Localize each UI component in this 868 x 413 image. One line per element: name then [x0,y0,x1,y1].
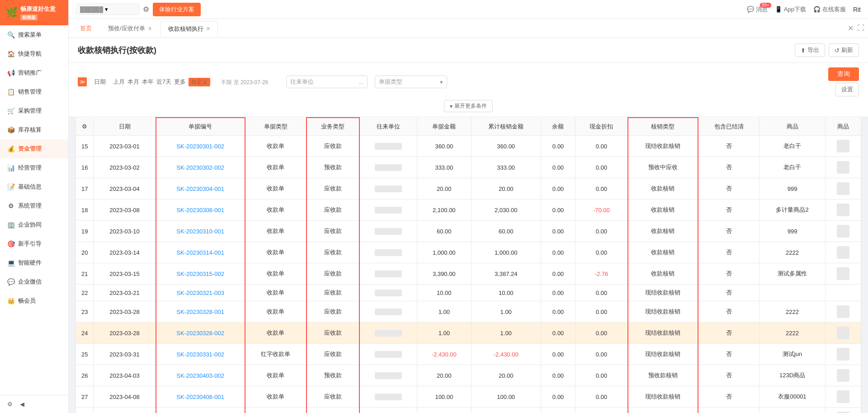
blurred-counterpart: ██████ [375,394,402,400]
sidebar-label-sales: 销售管理 [18,88,42,96]
cell-counterpart: ██████ [359,344,417,365]
table-container[interactable]: ⚙ 日期 单据编号 单据类型 业务类型 往来单位 单据金额 累计核销金额 余额 … [69,117,868,413]
refresh-button[interactable]: ↺ 刷新 [829,43,859,57]
cell-balance: 0.00 [541,136,575,157]
settings-gear-icon[interactable]: ⚙ [143,5,149,14]
docno-link[interactable]: SK-20230301-002 [176,143,224,150]
docno-link[interactable]: SK-20230321-003 [176,290,224,296]
cell-verifytype: 收款核销 [628,178,698,199]
cell-amount: 10.00 [417,285,471,301]
basic-icon: 📝 [7,183,14,190]
cell-settled: 否 [698,365,759,386]
system-icon: ⚙ [7,202,14,209]
cell-verifytype: 收款核销 [628,221,698,242]
docno-link[interactable]: SK-20230331-002 [176,351,224,358]
filter-setting-btn[interactable]: 设置 [835,83,859,96]
collapse-icon[interactable]: ◀ [20,401,24,408]
cell-settled: 否 [698,301,759,323]
purchase-icon: 🛒 [7,107,14,114]
date-this-month[interactable]: 本月 [127,78,139,86]
cell-verify-amount: 10.00 [471,285,541,301]
cell-discount: 0.00 [576,221,628,242]
sidebar-item-system[interactable]: ⚙系统管理 [0,196,68,215]
export-button[interactable]: ⬆ 导出 [795,43,825,57]
docno-link[interactable]: SK-20230304-001 [176,185,224,192]
sidebar-item-quick-nav[interactable]: 🏠快捷导航 [0,44,68,63]
docno-link[interactable]: SK-20230302-002 [176,164,224,171]
query-button[interactable]: 查询 [828,67,859,81]
cell-balance: 0.00 [541,199,575,221]
sidebar-item-operation[interactable]: 📊经营管理 [0,158,68,177]
docno-link[interactable]: SK-20230310-001 [176,228,224,235]
cell-settled: 否 [698,386,759,408]
tab-expand-icon[interactable]: ⛶ [857,24,864,33]
tab-prepay[interactable]: 预收/应收付单 ✕ [100,20,160,36]
tab-verify[interactable]: 收款核销执行 ✕ [160,21,218,37]
date-last-month[interactable]: 上月 [113,78,125,86]
main-area: ██████ ▾ ⚙ 体验行业方案 💬 消息 99+ 📱 App下载 🎧 在线客… [69,0,868,413]
cell-discount: 0.00 [576,242,628,263]
sidebar-item-marketing[interactable]: 📢营销推广 [0,63,68,82]
docno-link[interactable]: SK-20230314-001 [176,249,224,256]
sidebar-label-member: 畅会员 [18,297,36,305]
cell-amount: 3,390.00 [417,263,471,285]
sidebar-item-wechat[interactable]: 💬企业微信 [0,272,68,291]
cell-biztype: 应收款 [307,242,359,263]
user-profile[interactable]: Rit [853,6,861,13]
sidebar-item-guide[interactable]: 🎯新手引导 [0,234,68,253]
docno-link[interactable]: SK-20230403-002 [176,372,224,379]
messages-icon[interactable]: 💬 消息 99+ [747,5,768,14]
col-gear-header[interactable]: ⚙ [76,118,94,136]
cell-balance: 0.00 [541,263,575,285]
docno-link[interactable]: SK-20230315-002 [176,271,224,277]
docno-link[interactable]: SK-20230328-002 [176,330,224,337]
date-7days[interactable]: 近7天 [156,78,171,86]
sidebar-item-hardware[interactable]: 💻智能硬件 [0,253,68,272]
tab-close-all-icon[interactable]: ✕ [848,24,854,33]
workspace-selector[interactable]: ██████ ▾ [76,4,139,15]
sidebar-item-search[interactable]: 🔍搜索菜单 [0,25,68,44]
cell-goods2 [825,323,861,344]
settings-icon[interactable]: ⚙ [7,401,13,408]
sidebar-item-sales[interactable]: 📋销售管理 [0,82,68,101]
cell-settled: 否 [698,344,759,365]
cell-date: 2023-03-10 [94,221,156,242]
cell-doctype: 收款单 [245,386,307,408]
cell-settled: 否 [698,242,759,263]
cell-verify-amount: 333.00 [471,157,541,178]
date-this-year[interactable]: 本年 [142,78,154,86]
cell-amount: 2,100.00 [417,199,471,221]
expand-filters-btn[interactable]: ▾ 展开更多条件 [444,100,493,112]
cell-goods: 2222 [760,242,826,263]
cell-settled: 否 [698,157,759,178]
cell-goods: 123D商品 [760,365,826,386]
sidebar-item-inventory[interactable]: 📦库存核算 [0,120,68,139]
date-custom-tag[interactable]: 自定义 [189,78,210,86]
verify-tab-close[interactable]: ✕ [206,26,210,32]
solution-button[interactable]: 体验行业方案 [153,3,201,16]
cell-goods2 [825,136,861,157]
sidebar-item-purchase[interactable]: 🛒采购管理 [0,101,68,120]
cell-amount: 360.00 [417,136,471,157]
page-content: 收款核销执行(按收款) ⬆ 导出 ↺ 刷新 ≫ 日期 上月 本月 [69,38,868,413]
sidebar-item-basic[interactable]: 📝基础信息 [0,177,68,196]
sidebar-item-fund[interactable]: 💰资金管理 [0,139,68,158]
app-download[interactable]: 📱 App下载 [775,5,806,14]
sidebar-item-enterprise[interactable]: 🏢企业协同 [0,215,68,234]
docno-link[interactable]: SK-20230328-001 [176,309,224,315]
prepay-tab-close[interactable]: ✕ [148,26,152,32]
cell-balance: 0.00 [541,344,575,365]
cell-verify-amount: 360.00 [471,136,541,157]
topbar-left: ██████ ▾ ⚙ 体验行业方案 [76,3,741,16]
sidebar-item-member[interactable]: 👑畅会员 [0,291,68,310]
date-more[interactable]: 更多 [174,78,186,86]
counterpart-filter[interactable]: 往来单位 ... [286,76,368,88]
filter-toggle-btn[interactable]: ≫ [78,77,87,86]
cell-discount: 0.00 [576,178,628,199]
receipt-type-filter[interactable]: 单据类型 ▾ [375,76,447,88]
docno-link[interactable]: SK-20230408-001 [176,394,224,400]
cell-doctype: 收款单 [245,157,307,178]
online-service[interactable]: 🎧 在线客服 [813,5,846,14]
docno-link[interactable]: SK-20230308-001 [176,207,224,214]
tab-home[interactable]: 首页 [72,20,99,36]
